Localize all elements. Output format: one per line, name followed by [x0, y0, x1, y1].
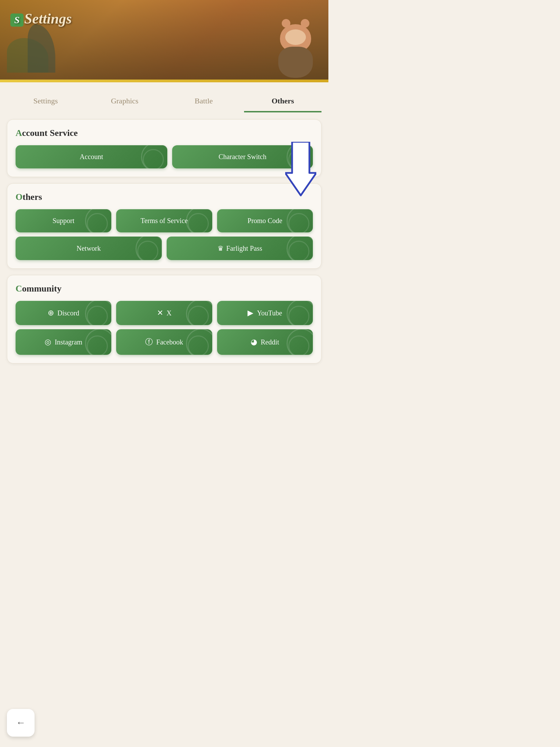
community-buttons-row2: ◎ Instagram ⓕ Facebook ◕ Reddit: [16, 329, 313, 355]
others-title-rest: thers: [22, 192, 42, 202]
youtube-button[interactable]: ▶ YouTube: [217, 301, 313, 325]
support-button[interactable]: Support: [16, 209, 111, 232]
others-title-letter: O: [16, 192, 22, 202]
page-title: SSettings: [10, 10, 72, 27]
tab-battle[interactable]: Battle: [165, 91, 243, 112]
tab-settings[interactable]: Settings: [7, 91, 84, 112]
reddit-button[interactable]: ◕ Reddit: [217, 329, 313, 355]
account-service-title-rest: ccount Service: [22, 128, 78, 138]
hero-landscape-decoration: [7, 21, 111, 73]
facebook-button[interactable]: ⓕ Facebook: [116, 329, 212, 355]
discord-button[interactable]: ⊕ Discord: [16, 301, 111, 325]
promo-code-button[interactable]: Promo Code: [217, 209, 313, 232]
youtube-icon: ▶: [248, 308, 253, 317]
tab-others[interactable]: Others: [244, 91, 321, 112]
farlight-pass-button[interactable]: ♛Farlight Pass: [167, 237, 313, 260]
x-icon: ✕: [157, 308, 163, 317]
instagram-button[interactable]: ◎ Instagram: [16, 329, 111, 355]
account-service-buttons: Account Character Switch: [16, 145, 313, 168]
settings-s-icon: S: [10, 13, 24, 27]
mascot-torso: [278, 47, 313, 78]
others-buttons-row1: Support Terms of Service Promo Code: [16, 209, 313, 232]
mascot-character: [266, 14, 321, 80]
others-buttons-row2: Network ♛Farlight Pass: [16, 237, 313, 260]
x-button[interactable]: ✕ X: [116, 301, 212, 325]
mascot-ear-left: [282, 19, 290, 28]
accent-bar: [0, 80, 328, 82]
account-service-section: Account Service Account Character Switch: [7, 119, 321, 177]
community-title-rest: ommunity: [22, 284, 62, 294]
others-title: Others: [16, 192, 313, 202]
account-service-title: Account Service: [16, 128, 313, 138]
content-area: Account Service Account Character Switch…: [0, 112, 328, 370]
hero-banner: SSettings: [0, 0, 328, 80]
reddit-icon: ◕: [251, 338, 257, 347]
instagram-icon: ◎: [45, 338, 51, 347]
terms-of-service-button[interactable]: Terms of Service: [116, 209, 212, 232]
mascot-ear-right: [301, 19, 309, 28]
community-title-letter: C: [16, 284, 22, 294]
community-title: Community: [16, 284, 313, 294]
tabs-container: Settings Graphics Battle Others: [0, 84, 328, 112]
network-button[interactable]: Network: [16, 237, 162, 260]
others-section: Others Support Terms of Service Promo Co…: [7, 183, 321, 269]
character-switch-button[interactable]: Character Switch: [172, 145, 313, 168]
tab-graphics[interactable]: Graphics: [86, 91, 164, 112]
community-buttons-row1: ⊕ Discord ✕ X ▶ YouTube: [16, 301, 313, 325]
community-section: Community ⊕ Discord ✕ X ▶ YouTube ◎ Inst…: [7, 275, 321, 363]
facebook-icon: ⓕ: [145, 337, 153, 347]
crown-icon: ♛: [217, 245, 224, 252]
account-button[interactable]: Account: [16, 145, 167, 168]
discord-icon: ⊕: [48, 308, 54, 317]
mascot-body: [273, 24, 318, 80]
account-service-title-letter: A: [16, 128, 22, 138]
